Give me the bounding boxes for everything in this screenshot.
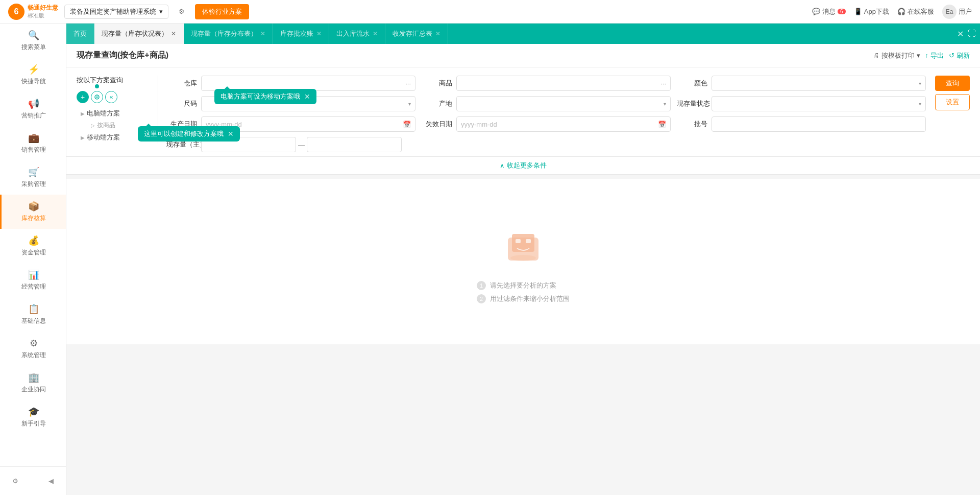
dots-menu-product[interactable]: ··· xyxy=(660,80,666,87)
search-button[interactable]: 查询 xyxy=(935,76,970,91)
empty-steps: 1 请先选择要分析的方案 2 用过滤条件来缩小分析范围 xyxy=(477,281,570,303)
expiry-date-placeholder: yyyy-mm-dd xyxy=(461,121,497,128)
empty-illustration xyxy=(498,220,549,271)
product-label: 商品 xyxy=(422,79,452,88)
step-2-text: 用过滤条件来缩小分析范围 xyxy=(490,294,570,303)
refresh-btn[interactable]: ↺ 刷新 xyxy=(949,51,970,60)
sidebar-item-operations[interactable]: 📊 经营管理 xyxy=(0,263,66,297)
origin-select[interactable]: ▾ xyxy=(456,96,671,111)
logo-line1: 畅通好生意 xyxy=(28,4,58,12)
collapse-bar[interactable]: ∧ 收起更多条件 xyxy=(66,157,980,175)
edit-scheme-btn[interactable] xyxy=(91,91,103,103)
tab-inventory-dist[interactable]: 现存量（库存分布表） ✕ xyxy=(184,23,273,44)
tab-inout[interactable]: 出入库流水 ✕ xyxy=(329,23,385,44)
tab-bar-right: ✕ ⛶ xyxy=(953,23,980,44)
sidebar-label-finance: 资金管理 xyxy=(21,248,46,257)
tab-maximize-btn[interactable]: ⛶ xyxy=(968,29,976,38)
sidebar-item-system[interactable]: ⚙ 系统管理 xyxy=(0,332,66,366)
tab-inventory-status[interactable]: 现存量（库存状况表） ✕ xyxy=(94,23,184,44)
industry-button[interactable]: 体验行业方案 xyxy=(195,4,249,19)
dots-menu-warehouse[interactable]: ··· xyxy=(405,80,411,87)
tooltip-create-scheme: 这里可以创建和修改方案哦 ✕ xyxy=(138,126,240,142)
sidebar-item-finance[interactable]: 💰 资金管理 xyxy=(0,229,66,263)
tab-home[interactable]: 首页 xyxy=(66,23,94,44)
filter-right-buttons: 查询 设置 xyxy=(935,76,970,110)
page-title: 现存量查询(按仓库+商品) xyxy=(77,50,168,61)
sidebar-item-enterprise[interactable]: 🏢 企业协同 xyxy=(0,366,66,400)
tab-inventory-status-close[interactable]: ✕ xyxy=(171,30,176,37)
filter-row-3: 生产日期 yyyy-mm-dd 📅 失效日期 yyyy-mm xyxy=(166,116,926,132)
app-download-item[interactable]: 📱 App下载 xyxy=(854,7,889,16)
filter-fields: 仓库 ··· 商品 xyxy=(166,76,926,152)
tooltip-create-scheme-text: 这里可以创建和修改方案哦 xyxy=(144,129,224,138)
sidebar-item-search-menu[interactable]: 🔍 搜索菜单 xyxy=(0,23,66,58)
sidebar-item-inventory[interactable]: 📦 库存核算 xyxy=(0,195,66,229)
sidebar-collapse-btn[interactable]: ◀ xyxy=(42,471,60,491)
chevron-down-icon: ▾ xyxy=(159,8,163,15)
sidebar-settings-btn[interactable]: ⚙ xyxy=(6,471,24,491)
tab-batch[interactable]: 库存批次账 ✕ xyxy=(273,23,329,44)
tab-summary[interactable]: 收发存汇总表 ✕ xyxy=(385,23,448,44)
sidebar-item-guide[interactable]: 🎓 新手引导 xyxy=(0,400,66,434)
tab-summary-close[interactable]: ✕ xyxy=(435,30,440,37)
tab-close-all-btn[interactable]: ✕ xyxy=(957,29,964,39)
collapse-label: 收起更多条件 xyxy=(507,161,547,170)
chart-icon: 📊 xyxy=(28,269,39,280)
chevron-stock-icon: ▾ xyxy=(919,101,921,107)
scheme-desktop-sub-label: 按商品 xyxy=(97,121,115,130)
expand-arrow-mobile-icon: ▶ xyxy=(81,135,85,140)
add-scheme-btn[interactable]: + xyxy=(77,91,89,103)
chevron-size-icon: ▾ xyxy=(408,101,411,107)
tooltip-create-scheme-close[interactable]: ✕ xyxy=(228,130,234,138)
reset-button[interactable]: 设置 xyxy=(935,94,970,110)
step-2-num: 2 xyxy=(477,294,486,303)
batch-input[interactable] xyxy=(712,116,926,132)
phone-icon: 📱 xyxy=(854,8,862,15)
graduate-icon: 🎓 xyxy=(28,406,39,417)
message-item[interactable]: 💬 消息 6 xyxy=(812,7,846,16)
stock-status-group: 现存量状态 ▾ xyxy=(677,96,926,111)
color-group: 颜色 ▾ xyxy=(677,76,926,91)
scheme-desktop[interactable]: ▶ 电脑端方案 xyxy=(77,107,153,120)
online-support-label: 在线客服 xyxy=(908,7,934,16)
expiry-date-input[interactable]: yyyy-mm-dd 📅 xyxy=(456,116,671,132)
stock-status-select[interactable]: ▾ xyxy=(712,96,926,111)
sidebar-item-quick-nav[interactable]: ⚡ 快捷导航 xyxy=(0,58,66,92)
chevron-down-icon: ▾ xyxy=(917,52,920,59)
system-selector[interactable]: 装备及固定资产辅助管理系统 ▾ xyxy=(64,5,168,19)
stock-qty-max[interactable] xyxy=(307,137,402,152)
sidebar-label-quick-nav: 快捷导航 xyxy=(21,77,46,86)
template-print-btn[interactable]: 🖨 按模板打印 ▾ xyxy=(873,51,920,60)
tooltip-scheme-name-close[interactable]: ✕ xyxy=(304,92,310,101)
tooltip-scheme-name: 电脑方案可设为移动方案哦 ✕ xyxy=(214,89,316,104)
page-content: 现存量查询(按仓库+商品) 🖨 按模板打印 ▾ ↑ 导出 ↺ 刷新 xyxy=(66,44,980,495)
svg-rect-5 xyxy=(526,239,531,243)
sidebar-item-purchase[interactable]: 🛒 采购管理 xyxy=(0,160,66,195)
template-print-label: 按模板打印 xyxy=(881,51,915,60)
batch-group: 批号 xyxy=(677,116,926,132)
online-support-item[interactable]: 🎧 在线客服 xyxy=(897,7,934,16)
clipboard-icon: 📋 xyxy=(28,303,39,315)
origin-label: 产地 xyxy=(422,99,452,108)
back-scheme-btn[interactable]: « xyxy=(105,91,117,103)
briefcase-icon: 💼 xyxy=(28,132,39,144)
tab-batch-close[interactable]: ✕ xyxy=(316,30,322,37)
sidebar-item-basic-info[interactable]: 📋 基础信息 xyxy=(0,297,66,332)
export-btn[interactable]: ↑ 导出 xyxy=(925,51,944,60)
printer-icon: 🖨 xyxy=(873,52,879,59)
calendar-prod-icon: 📅 xyxy=(403,121,411,128)
message-badge: 6 xyxy=(838,9,846,14)
color-select[interactable]: ▾ xyxy=(712,76,926,91)
product-select[interactable]: ··· xyxy=(456,76,671,91)
empty-step-2: 2 用过滤条件来缩小分析范围 xyxy=(477,294,570,303)
settings-icon[interactable]: ⚙ xyxy=(175,5,189,19)
sidebar-item-sales[interactable]: 💼 销售管理 xyxy=(0,126,66,160)
expand-arrow-icon: ▶ xyxy=(81,111,85,116)
calendar-expiry-icon: 📅 xyxy=(658,121,666,128)
tab-inout-close[interactable]: ✕ xyxy=(373,30,378,37)
tab-inventory-dist-close[interactable]: ✕ xyxy=(260,30,265,37)
sidebar-item-marketing[interactable]: 📢 营销推广 xyxy=(0,92,66,126)
logo-area: 6 畅通好生意 标准版 xyxy=(8,4,58,20)
user-item[interactable]: Ea 用户 xyxy=(942,5,972,19)
megaphone-icon: 📢 xyxy=(28,98,39,109)
